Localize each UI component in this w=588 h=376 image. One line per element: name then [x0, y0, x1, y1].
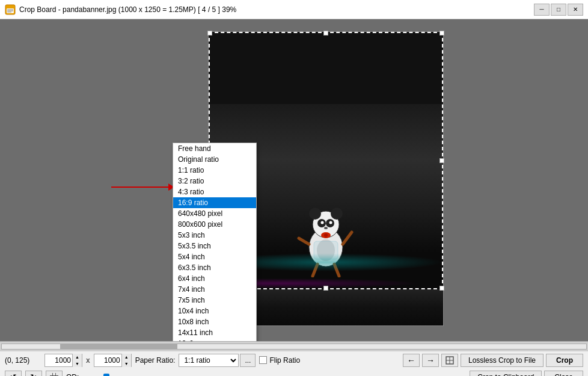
- dropdown-item-15[interactable]: 10x4 inch: [173, 306, 256, 316]
- dropdown-item-14[interactable]: 7x5 inch: [173, 295, 256, 306]
- more-button[interactable]: ...: [240, 354, 256, 367]
- crop-frame-icon: [445, 356, 455, 365]
- dropdown-item-18[interactable]: 13x9 cm: [173, 338, 256, 341]
- paper-ratio-label: Paper Ratio:: [135, 356, 176, 365]
- svg-point-15: [324, 233, 328, 237]
- ratio-select[interactable]: 1:1 ratioFree handOriginal ratio3:2 rati…: [179, 354, 239, 367]
- dropdown-item-8[interactable]: 5x3 inch: [173, 230, 256, 241]
- toolbar-right: ← → Lossless Crop to File Crop: [403, 354, 583, 367]
- width-spinbox-buttons: ▲ ▼: [72, 354, 82, 367]
- coordinates-display: (0, 125): [5, 356, 41, 365]
- dropdown-item-6[interactable]: 640x480 pixel: [173, 208, 256, 219]
- height-input[interactable]: [94, 354, 121, 366]
- crop-to-clipboard-button[interactable]: Crop to Clipboard: [470, 371, 542, 377]
- height-decrement-button[interactable]: ▼: [122, 360, 131, 367]
- dropdown-item-5[interactable]: 16:9 ratio: [173, 197, 256, 208]
- flip-ratio-label[interactable]: Flip Ratio: [259, 356, 300, 365]
- crop-button[interactable]: Crop: [546, 354, 583, 367]
- dropdown-item-0[interactable]: Free hand: [173, 143, 256, 154]
- ratio-select-wrapper: 1:1 ratioFree handOriginal ratio3:2 rati…: [179, 354, 256, 367]
- bottom-toolbar: (0, 125) ▲ ▼ x ▲ ▼ Paper Ratio: 1:1 rati…: [0, 351, 588, 376]
- dropdown-item-12[interactable]: 6x4 inch: [173, 273, 256, 284]
- close-button[interactable]: Close: [544, 371, 583, 377]
- dropdown-item-11[interactable]: 6x3.5 inch: [173, 262, 256, 273]
- toolbar-row-1: (0, 125) ▲ ▼ x ▲ ▼ Paper Ratio: 1:1 rati…: [0, 352, 588, 369]
- h-scrollbar[interactable]: [0, 341, 588, 351]
- dropdown-item-7[interactable]: 800x600 pixel: [173, 219, 256, 230]
- svg-line-17: [343, 232, 352, 244]
- dropdown-item-2[interactable]: 1:1 ratio: [173, 165, 256, 176]
- title-bar-left: Crop Board - pandabanner.jpg (1000 x 125…: [5, 4, 236, 15]
- crop-frame-button[interactable]: [441, 354, 458, 367]
- title-bar: Crop Board - pandabanner.jpg (1000 x 125…: [0, 0, 588, 19]
- app-icon: [5, 4, 16, 15]
- minimize-button[interactable]: ─: [534, 4, 550, 16]
- dropdown-menu[interactable]: Free handOriginal ratio1:1 ratio3:2 rati…: [173, 143, 257, 341]
- dropdown-item-10[interactable]: 5x4 inch: [173, 251, 256, 262]
- svg-point-7: [309, 208, 321, 220]
- dropdown-item-4[interactable]: 4:3 ratio: [173, 186, 256, 197]
- height-increment-button[interactable]: ▲: [122, 354, 131, 360]
- od-label: OD:: [66, 373, 79, 377]
- dropdown-item-16[interactable]: 10x8 inch: [173, 316, 256, 327]
- left-panel: [0, 19, 8, 341]
- width-decrement-button[interactable]: ▼: [73, 360, 82, 367]
- width-spinbox[interactable]: ▲ ▼: [44, 354, 82, 367]
- window-controls: ─ □ ✕: [534, 4, 583, 16]
- main-area: Free handOriginal ratio1:1 ratio3:2 rati…: [0, 19, 588, 341]
- maximize-button[interactable]: □: [551, 4, 566, 16]
- svg-point-13: [324, 227, 328, 229]
- h-scroll-thumb[interactable]: [60, 344, 177, 349]
- dropdown-item-17[interactable]: 14x11 inch: [173, 327, 256, 338]
- dropdown-item-9[interactable]: 5x3.5 inch: [173, 241, 256, 251]
- dropdown-item-1[interactable]: Original ratio: [173, 154, 256, 165]
- height-spinbox-buttons: ▲ ▼: [121, 354, 131, 367]
- rotate-right-button[interactable]: ↻: [25, 371, 42, 377]
- width-increment-button[interactable]: ▲: [73, 354, 82, 360]
- flip-ratio-text: Flip Ratio: [269, 356, 300, 365]
- window-title: Crop Board - pandabanner.jpg (1000 x 125…: [19, 5, 236, 14]
- rotate-left-button[interactable]: ↺: [5, 371, 22, 377]
- close-window-button[interactable]: ✕: [568, 4, 583, 16]
- lossless-crop-button[interactable]: Lossless Crop to File: [461, 354, 544, 367]
- height-spinbox[interactable]: ▲ ▼: [94, 354, 132, 367]
- svg-point-11: [321, 221, 324, 224]
- toolbar-row-2: ↺ ↻ OD: Crop to Clipboard Close: [0, 369, 588, 377]
- dropdown-item-13[interactable]: 7x4 inch: [173, 284, 256, 295]
- svg-point-8: [331, 208, 343, 220]
- h-scroll-track[interactable]: [1, 344, 587, 350]
- image-dark-top: [209, 32, 443, 104]
- grid-icon: [50, 373, 58, 377]
- canvas-area[interactable]: [8, 19, 588, 341]
- od-thumb[interactable]: [103, 374, 109, 377]
- grid-button[interactable]: [46, 371, 63, 377]
- arrow-right-button[interactable]: →: [422, 354, 439, 367]
- arrow-left-button[interactable]: ←: [403, 354, 420, 367]
- flip-ratio-checkbox[interactable]: [259, 356, 267, 364]
- svg-line-16: [299, 238, 309, 244]
- width-input[interactable]: [45, 354, 72, 366]
- dropdown-item-3[interactable]: 3:2 ratio: [173, 176, 256, 186]
- dimension-separator: x: [86, 356, 90, 365]
- svg-point-12: [329, 221, 332, 224]
